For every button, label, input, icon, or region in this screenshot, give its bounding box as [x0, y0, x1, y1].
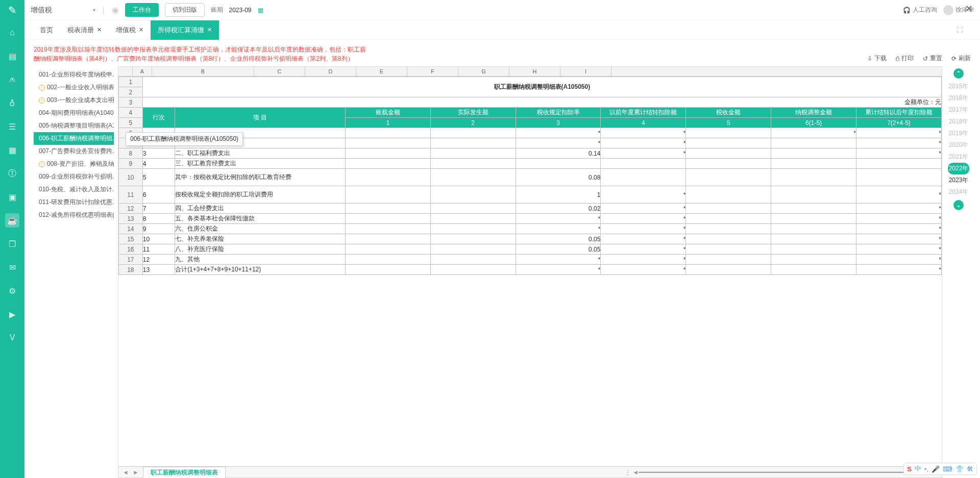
cell[interactable]: 二、职工福利费支出: [175, 148, 346, 159]
nav-gear-icon[interactable]: ⚙: [5, 284, 19, 298]
cell[interactable]: *: [601, 204, 686, 214]
ime-skin-icon[interactable]: 👕: [955, 465, 964, 473]
cell[interactable]: 税收规定扣除率: [516, 108, 601, 118]
cell[interactable]: [856, 169, 942, 186]
cell[interactable]: *: [856, 138, 942, 148]
cell[interactable]: *: [601, 234, 686, 244]
cell[interactable]: [430, 224, 516, 234]
col-head[interactable]: E: [356, 67, 407, 76]
cell[interactable]: *: [516, 255, 601, 265]
cell[interactable]: *: [856, 204, 942, 214]
cell[interactable]: [345, 244, 430, 255]
cell[interactable]: 八、补充医疗保险: [175, 244, 346, 255]
cell[interactable]: [771, 204, 856, 214]
cell[interactable]: [345, 148, 430, 159]
cell[interactable]: [686, 214, 771, 224]
refresh-button[interactable]: ⟳刷新: [951, 54, 971, 63]
cell[interactable]: 6(1-5): [771, 118, 856, 128]
cell[interactable]: [686, 224, 771, 234]
cell[interactable]: 按税收规定全额扣除的职工培训费用: [175, 186, 346, 204]
cell[interactable]: [686, 169, 771, 186]
cell[interactable]: [430, 204, 516, 214]
tree-item[interactable]: !008-资产折旧、摊销及纳税...: [34, 158, 114, 170]
sheet-tab[interactable]: 职工薪酬纳税调整明细表: [143, 467, 226, 478]
cell[interactable]: *: [856, 128, 942, 138]
cell[interactable]: [771, 148, 856, 159]
tab-税表清册[interactable]: 税表清册✕: [60, 20, 109, 40]
cell[interactable]: [345, 204, 430, 214]
nav-list-icon[interactable]: ☰: [5, 119, 19, 134]
cell[interactable]: *: [601, 138, 686, 148]
ime-kbd-icon[interactable]: ⌨: [943, 465, 952, 473]
period-date[interactable]: 2023-09: [229, 7, 252, 14]
cell[interactable]: [686, 234, 771, 244]
cell[interactable]: [516, 159, 601, 169]
cell[interactable]: 0.05: [516, 244, 601, 255]
cell[interactable]: *: [856, 224, 942, 234]
cell[interactable]: 0.05: [516, 234, 601, 244]
cell[interactable]: *: [601, 128, 686, 138]
cell[interactable]: 17: [119, 255, 143, 265]
year-chip[interactable]: 2023年: [948, 174, 969, 186]
nav-cup-icon[interactable]: ☕: [5, 213, 19, 228]
cell[interactable]: 五、各类基本社会保障性缴款: [175, 214, 346, 224]
nav-t-icon[interactable]: Ⓣ: [5, 166, 19, 181]
cell[interactable]: [430, 265, 516, 275]
cell[interactable]: 累计结转以后年度扣除额: [856, 108, 942, 118]
cell[interactable]: [430, 186, 516, 204]
cell[interactable]: 10: [119, 169, 143, 186]
tab-增值税[interactable]: 增值税✕: [109, 20, 151, 40]
cell[interactable]: [345, 159, 430, 169]
tree-item[interactable]: 009-企业所得税弥补亏损明...: [34, 170, 114, 183]
cell[interactable]: 11: [142, 244, 175, 255]
cell[interactable]: *: [601, 224, 686, 234]
cell[interactable]: [430, 244, 516, 255]
cell[interactable]: [771, 186, 856, 204]
year-chip[interactable]: 2019年: [948, 128, 969, 139]
tab-所得税汇算清缴[interactable]: 所得税汇算清缴✕: [151, 20, 219, 40]
col-head[interactable]: G: [458, 67, 509, 76]
cell[interactable]: [430, 234, 516, 244]
cell[interactable]: *: [771, 128, 856, 138]
cell[interactable]: 实际发生额: [430, 108, 516, 118]
cell[interactable]: [430, 138, 516, 148]
tree-item[interactable]: 006-职工薪酬纳税调整明细...: [34, 132, 114, 145]
cell[interactable]: 0.08: [516, 169, 601, 186]
cell[interactable]: [345, 128, 430, 138]
nav-home-icon[interactable]: ⌂: [5, 26, 19, 40]
tab-首页[interactable]: 首页: [33, 20, 60, 40]
col-head[interactable]: D: [305, 67, 356, 76]
cell[interactable]: 9: [142, 224, 175, 234]
col-head[interactable]: I: [560, 67, 611, 76]
cell[interactable]: [771, 244, 856, 255]
cell[interactable]: 5: [119, 118, 143, 128]
nav-play-icon[interactable]: ▶: [5, 307, 19, 321]
year-down-icon[interactable]: ⌄: [953, 200, 964, 210]
col-head[interactable]: [118, 67, 133, 76]
cell[interactable]: 10: [142, 234, 175, 244]
consult-link[interactable]: 🎧 人工咨询: [903, 6, 937, 14]
cell[interactable]: *: [856, 265, 942, 275]
cell[interactable]: [345, 224, 430, 234]
cell[interactable]: [345, 255, 430, 265]
cell[interactable]: 8: [119, 148, 143, 159]
close-icon[interactable]: ✕: [97, 27, 102, 33]
cell[interactable]: 4: [601, 118, 686, 128]
cell[interactable]: 16: [119, 244, 143, 255]
cell[interactable]: [430, 128, 516, 138]
nav-grid-icon[interactable]: ▦: [5, 143, 19, 157]
sheet-prev-icon[interactable]: ◄: [122, 469, 129, 476]
cell[interactable]: *: [601, 214, 686, 224]
download-button[interactable]: ⇩下载: [867, 54, 887, 63]
cell[interactable]: 5: [142, 169, 175, 186]
cell[interactable]: *: [601, 186, 686, 204]
cell[interactable]: [686, 255, 771, 265]
cell[interactable]: [430, 148, 516, 159]
cell[interactable]: 0.02: [516, 204, 601, 214]
ime-lang[interactable]: 中: [915, 464, 921, 473]
cell[interactable]: 18: [119, 265, 143, 275]
nav-chart-icon[interactable]: ⩕: [5, 72, 19, 87]
cell[interactable]: 税收金额: [686, 108, 771, 118]
year-chip[interactable]: 2021年: [948, 151, 969, 163]
cell[interactable]: [686, 159, 771, 169]
